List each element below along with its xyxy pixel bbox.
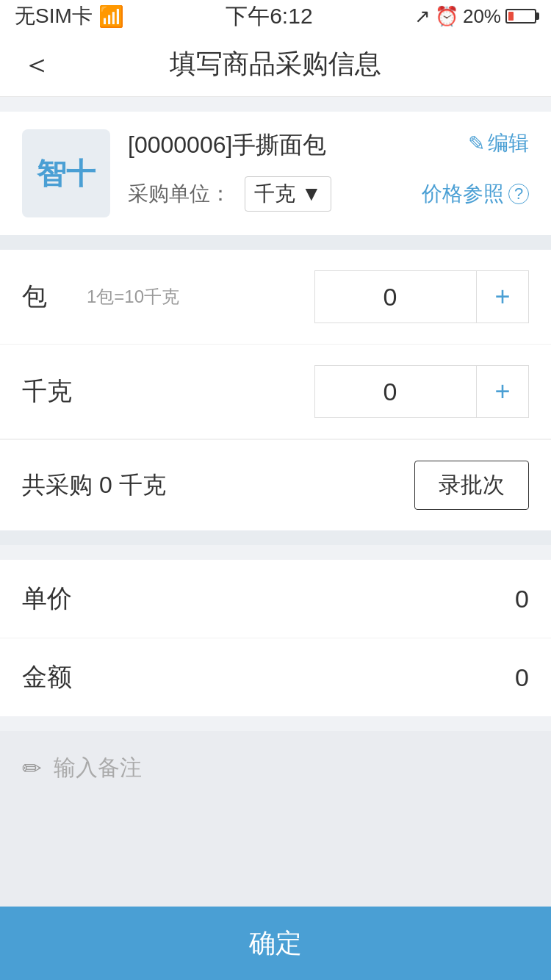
edit-button[interactable]: ✎ 编辑	[468, 129, 529, 157]
product-card: 智十 [0000006]手撕面包 ✎ 编辑 采购单位： 千克 ▼ 价格参照 ?	[0, 112, 551, 235]
question-icon: ?	[508, 184, 529, 204]
chevron-down-icon: ▼	[301, 182, 322, 206]
edit-icon: ✎	[468, 131, 485, 156]
product-info: [0000006]手撕面包 ✎ 编辑 采购单位： 千克 ▼ 价格参照 ?	[128, 129, 529, 212]
unit-price-value: 0	[515, 585, 529, 613]
price-row-amount: 金额 0	[0, 638, 551, 716]
edit-label: 编辑	[488, 129, 529, 157]
price-section: 单价 0 金额 0	[0, 560, 551, 716]
note-placeholder: 输入备注	[54, 753, 142, 783]
summary-row: 共采购 0 千克 录批次	[0, 439, 551, 530]
price-ref-label: 价格参照	[422, 180, 504, 208]
quantity-input-wrap-kg: +	[314, 365, 529, 418]
quantity-input-bao[interactable]	[314, 270, 476, 323]
unit-label: 采购单位：	[128, 182, 231, 205]
summary-unit: 千克	[119, 472, 166, 498]
product-id: [0000006]	[128, 131, 232, 158]
price-row-unit: 单价 0	[0, 560, 551, 638]
quantity-input-wrap-bao: +	[314, 270, 529, 323]
amount-value: 0	[515, 663, 529, 692]
pencil-icon: ✏	[22, 754, 42, 782]
section-divider-1	[0, 235, 551, 250]
unit-value: 千克	[254, 180, 295, 208]
status-left: 无SIM卡 📶	[15, 2, 124, 30]
quantity-row-bao: 包 1包=10千克 +	[0, 250, 551, 345]
quantity-input-kg[interactable]	[314, 365, 476, 418]
quantity-plus-kg[interactable]: +	[476, 365, 529, 418]
unit-bao-label: 包	[22, 280, 81, 314]
batch-button[interactable]: 录批次	[414, 461, 529, 510]
unit-selector-group: 采购单位： 千克 ▼	[128, 176, 331, 212]
nav-bar: ＜ 填写商品采购信息	[0, 32, 551, 97]
page-title: 填写商品采购信息	[170, 46, 381, 82]
battery-fill	[508, 12, 514, 21]
unit-bao-sublabel: 1包=10千克	[87, 285, 179, 309]
confirm-button[interactable]: 确定	[0, 907, 551, 980]
back-button[interactable]: ＜	[22, 44, 51, 84]
product-title: 手撕面包	[232, 131, 326, 158]
product-logo: 智十	[37, 154, 96, 194]
location-icon: ↗	[414, 5, 431, 28]
quantity-plus-bao[interactable]: +	[476, 270, 529, 323]
plus-icon-bao: +	[494, 281, 510, 312]
carrier-label: 无SIM卡	[15, 2, 93, 30]
plus-icon-kg: +	[494, 376, 510, 407]
battery-percentage: 20%	[463, 5, 501, 28]
quantity-section: 包 1包=10千克 + 千克 + 共采购 0 千克 录批次	[0, 250, 551, 530]
alarm-icon: ⏰	[435, 5, 458, 28]
status-time: 下午6:12	[226, 1, 312, 32]
summary-text: 共采购 0 千克	[22, 469, 166, 502]
status-right: ↗ ⏰ 20%	[414, 5, 536, 28]
summary-prefix: 共采购	[22, 472, 93, 498]
note-section[interactable]: ✏ 输入备注	[0, 731, 551, 805]
product-name: [0000006]手撕面包	[128, 129, 326, 162]
wifi-icon: 📶	[98, 4, 124, 29]
status-bar: 无SIM卡 📶 下午6:12 ↗ ⏰ 20%	[0, 0, 551, 32]
unit-price-label: 单价	[22, 582, 72, 616]
section-divider-2	[0, 530, 551, 545]
product-unit-row: 采购单位： 千克 ▼ 价格参照 ?	[128, 176, 529, 212]
battery-icon	[505, 9, 536, 24]
product-header: [0000006]手撕面包 ✎ 编辑	[128, 129, 529, 162]
price-reference-button[interactable]: 价格参照 ?	[422, 180, 529, 208]
product-image: 智十	[22, 129, 110, 217]
summary-value: 0	[99, 472, 112, 498]
unit-kg-label: 千克	[22, 375, 81, 408]
quantity-row-kg: 千克 +	[0, 345, 551, 439]
unit-select[interactable]: 千克 ▼	[245, 176, 331, 212]
amount-label: 金额	[22, 660, 72, 694]
